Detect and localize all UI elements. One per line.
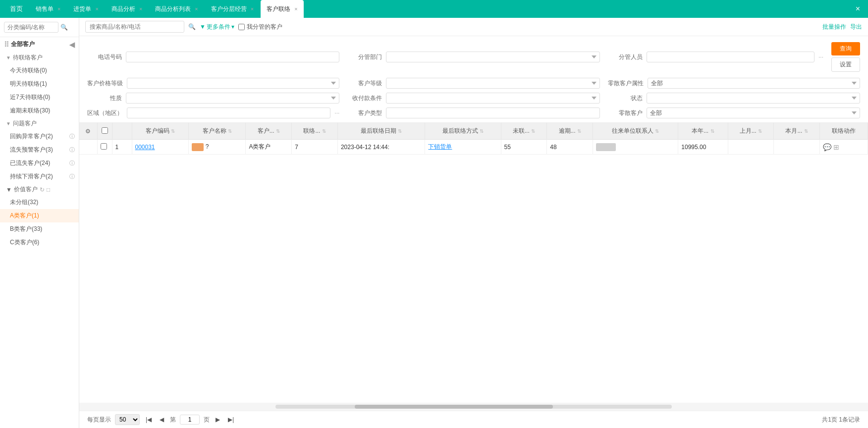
first-page-button[interactable]: |◀ xyxy=(144,415,154,424)
sidebar-item-declining[interactable]: 持续下滑客户(2) ⓘ xyxy=(0,170,79,183)
sidebar-item-churn-warning[interactable]: 流失预警客户(3) ⓘ xyxy=(0,143,79,157)
nav-tab-purchase-label: 进货单 xyxy=(73,5,91,13)
filter-search-input[interactable] xyxy=(85,21,184,33)
horizontal-scrollbar[interactable] xyxy=(275,405,672,409)
batch-action-button[interactable]: 批量操作 xyxy=(822,23,846,31)
th-type[interactable]: 客户... ⇅ xyxy=(246,123,292,140)
filter-input-region[interactable] xyxy=(127,107,330,118)
sidebar-search-input[interactable] xyxy=(4,22,58,33)
sidebar-search-area: 🔍 xyxy=(0,18,79,37)
my-customers-checkbox[interactable] xyxy=(238,24,245,30)
sidebar-item-c-class[interactable]: C类客户(6) xyxy=(0,236,79,249)
nav-tab-analysis-close[interactable]: × xyxy=(139,6,142,12)
next-page-button[interactable]: ▶ xyxy=(214,415,222,424)
th-code[interactable]: 客户编码 ⇅ xyxy=(132,123,189,140)
nav-tab-customer-contact[interactable]: 客户联络 × xyxy=(261,0,303,18)
sidebar-item-ungroup[interactable]: 未分组(32) xyxy=(0,196,79,209)
filter-input-person[interactable] xyxy=(647,52,814,62)
sidebar-item-abnormal[interactable]: 回购异常客户(2) ⓘ xyxy=(0,130,79,143)
chat-action-icon[interactable]: 💬 xyxy=(823,143,831,151)
nav-tab-customer-segment-close[interactable]: × xyxy=(251,6,254,12)
scrollbar-thumb[interactable] xyxy=(355,405,553,409)
sidebar-item-a-class[interactable]: A类客户(1) xyxy=(0,209,79,222)
more-filter-button[interactable]: ▼ 更多条件 ▾ xyxy=(200,23,234,31)
pending-contact-group[interactable]: ▼ 待联络客户 xyxy=(0,52,79,64)
th-name-label: 客户名称 xyxy=(203,127,226,134)
sidebar-item-churned[interactable]: 已流失客户(24) ⓘ xyxy=(0,157,79,170)
nav-tab-purchase-close[interactable]: × xyxy=(95,6,98,12)
filter-input-customer-type[interactable] xyxy=(386,107,599,118)
th-this-month[interactable]: 本月... ⇅ xyxy=(774,123,820,140)
window-close-button[interactable]: × xyxy=(852,4,864,13)
sort-icon-last-date: ⇅ xyxy=(398,128,402,134)
select-all-checkbox[interactable] xyxy=(102,127,108,134)
my-customers-checkbox-label[interactable]: 我分管的客户 xyxy=(238,23,282,31)
per-page-select[interactable]: 50 xyxy=(115,414,140,425)
filter-select-dept[interactable] xyxy=(386,52,599,62)
td-code[interactable]: 000031 xyxy=(132,140,189,155)
nav-tab-analysis-list[interactable]: 商品分析列表 × xyxy=(149,0,204,18)
filter-select-scatter[interactable]: 全部 xyxy=(647,107,860,118)
th-not-contact[interactable]: 未联... ⇅ xyxy=(501,123,547,140)
filter-input-phone[interactable] xyxy=(126,52,339,62)
customer-code-link[interactable]: 000031 xyxy=(135,144,155,151)
filter-row-phone: 电话号码 xyxy=(87,40,339,74)
th-last-date[interactable]: 最后联络日期 ⇅ xyxy=(337,123,425,140)
sidebar-item-7days[interactable]: 近7天待联络(0) xyxy=(0,91,79,104)
nav-tab-purchase[interactable]: 进货单 × xyxy=(67,0,104,18)
th-last-method[interactable]: 最后联络方式 ⇅ xyxy=(425,123,501,140)
add-icon[interactable]: □ xyxy=(47,186,50,193)
query-button[interactable]: 查询 xyxy=(831,42,860,55)
td-checkbox[interactable] xyxy=(97,140,112,155)
last-page-button[interactable]: ▶| xyxy=(226,415,236,424)
th-unit-contact[interactable]: 往来单位联系人 ⇅ xyxy=(593,123,678,140)
row-checkbox[interactable] xyxy=(101,143,107,150)
region-dots-icon[interactable]: ··· xyxy=(334,109,339,116)
sidebar-item-tomorrow[interactable]: 明天待联络(1) xyxy=(0,77,79,91)
export-button[interactable]: 导出 xyxy=(850,23,862,31)
dots-icon: ⠿ xyxy=(4,41,9,49)
th-gear[interactable]: ⚙ xyxy=(79,123,97,140)
nav-tab-analysis-list-close[interactable]: × xyxy=(195,6,198,12)
filter-select-nature[interactable] xyxy=(126,93,339,104)
sidebar-search-icon[interactable]: 🔍 xyxy=(60,24,68,31)
prev-page-button[interactable]: ◀ xyxy=(158,415,166,424)
filter-select-customer-level[interactable] xyxy=(386,78,599,89)
settings-button[interactable]: 设置 xyxy=(831,57,860,72)
page-input[interactable] xyxy=(180,415,200,425)
sidebar-item-b-class[interactable]: B类客户(33) xyxy=(0,222,79,236)
td-last-month xyxy=(728,140,774,155)
qr-action-icon[interactable]: ⊞ xyxy=(833,143,839,151)
td-this-month xyxy=(774,140,820,155)
value-customers-group[interactable]: ▼ 价值客户 ↻ □ xyxy=(0,183,79,196)
th-contact[interactable]: 联络... ⇅ xyxy=(292,123,338,140)
nav-tab-analysis[interactable]: 商品分析 × xyxy=(106,0,148,18)
th-overdue[interactable]: 逾期... ⇅ xyxy=(547,123,593,140)
refresh-icon[interactable]: ↻ xyxy=(40,186,45,193)
filter-select-status[interactable] xyxy=(647,93,860,104)
filter-select-scatter-attr[interactable]: 全部 xyxy=(648,78,860,89)
nav-tab-sales[interactable]: 销售单 × xyxy=(30,0,66,18)
th-name[interactable]: 客户名称 ⇅ xyxy=(189,123,246,140)
last-method-link[interactable]: 下销货单 xyxy=(428,143,452,150)
filter-search-icon[interactable]: 🔍 xyxy=(188,23,196,30)
th-last-month[interactable]: 上月... ⇅ xyxy=(728,123,774,140)
th-this-year[interactable]: 本年... ⇅ xyxy=(678,123,728,140)
customer-name-text: ? xyxy=(206,143,209,150)
sidebar-item-7days-label: 近7天待联络(0) xyxy=(10,93,50,102)
td-last-method[interactable]: 下销货单 xyxy=(425,140,501,155)
collapse-icon[interactable]: ◀ xyxy=(69,41,75,49)
all-customers-header[interactable]: ⠿ 全部客户 ◀ xyxy=(0,37,79,52)
nav-tab-sales-close[interactable]: × xyxy=(57,6,60,12)
sidebar-item-overdue[interactable]: 逾期未联络(30) xyxy=(0,104,79,117)
person-dots-icon[interactable]: ··· xyxy=(818,54,823,60)
filter-select-payment[interactable] xyxy=(386,93,599,104)
sidebar-item-today[interactable]: 今天待联络(0) xyxy=(0,64,79,77)
nav-home[interactable]: 首页 xyxy=(4,4,29,13)
problem-customers-group[interactable]: ▼ 问题客户 xyxy=(0,117,79,130)
sort-icon-not-contact: ⇅ xyxy=(531,128,535,134)
nav-tab-customer-segment[interactable]: 客户分层经营 × xyxy=(205,0,260,18)
gear-icon[interactable]: ⚙ xyxy=(85,128,91,135)
nav-tab-customer-contact-close[interactable]: × xyxy=(294,6,297,12)
filter-select-price-level[interactable] xyxy=(127,78,339,89)
